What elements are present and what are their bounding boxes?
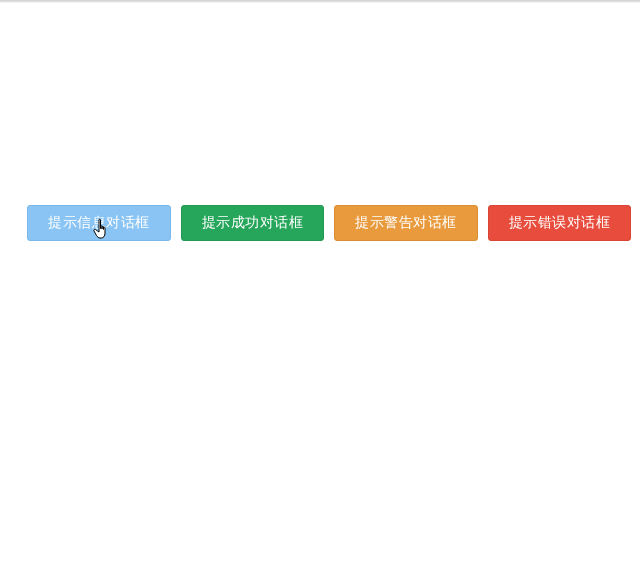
success-dialog-button[interactable]: 提示成功对话框 bbox=[181, 205, 325, 241]
window-top-border bbox=[0, 0, 640, 3]
warning-dialog-button[interactable]: 提示警告对话框 bbox=[334, 205, 478, 241]
danger-dialog-button[interactable]: 提示错误对话框 bbox=[488, 205, 632, 241]
info-dialog-button[interactable]: 提示信息对话框 bbox=[27, 205, 171, 241]
dialog-button-row: 提示信息对话框 提示成功对话框 提示警告对话框 提示错误对话框 bbox=[27, 205, 631, 241]
